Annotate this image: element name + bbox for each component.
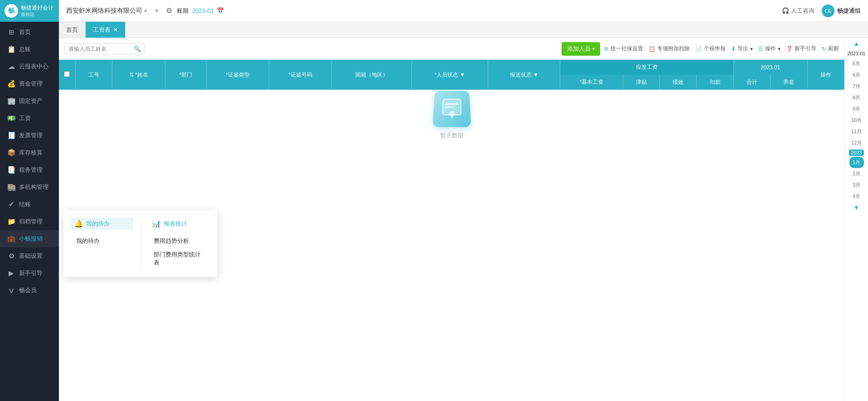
timeline-month-10[interactable]: 10月: [845, 115, 868, 126]
sidebar-item-fund[interactable]: 💰资金管理: [0, 75, 59, 92]
sidebar: 畅 畅捷通好会计 旗舰版 ⊞首页📋总账☁云报表中心💰资金管理🏢固定资产💵工资🧾发…: [0, 0, 59, 401]
topbar: 西安虾米网络科技有限公司 ▾ ＋ ⚙ 账期 2023-01 📅 🎧 人工咨询 C…: [59, 0, 868, 22]
timeline-nav-down[interactable]: ▼: [845, 202, 868, 213]
tax-btn[interactable]: 📄 个税申报: [695, 45, 726, 53]
filter-icon-status[interactable]: ▼: [460, 72, 466, 78]
sidebar-icon-guide: ▶: [7, 269, 15, 277]
sidebar-item-salary[interactable]: 💵工资: [0, 110, 59, 127]
sidebar-item-xiaochang[interactable]: 💼小畅报销: [0, 230, 59, 247]
company-name[interactable]: 西安虾米网络科技有限公司 ▾: [66, 7, 147, 15]
sidebar-item-ledger[interactable]: 📋总账: [0, 41, 59, 58]
service-btn[interactable]: 🎧 人工咨询: [782, 7, 815, 15]
popup-item-my-todo[interactable]: 我的待办: [71, 234, 133, 248]
timeline-year-current: 2023: [849, 150, 863, 156]
th-status: *人员状态 ▼: [412, 60, 488, 90]
search-input[interactable]: [68, 46, 132, 52]
sidebar-label-multi: 多机构管理: [19, 183, 48, 191]
sidebar-item-archive[interactable]: 📁归档管理: [0, 213, 59, 230]
export-btn[interactable]: ⬇ 导出 ▾: [731, 45, 753, 53]
tab-salary[interactable]: 工资表 ✕: [86, 22, 126, 38]
user-name: 畅捷通组: [837, 7, 861, 15]
timeline-month-3[interactable]: 3月: [845, 179, 868, 191]
timeline-month-1-active[interactable]: 1月: [849, 157, 864, 168]
popup-section2-label: 报表统计: [164, 220, 187, 228]
th-checkbox[interactable]: [59, 60, 75, 90]
guide-btn[interactable]: ❓ 新手引导: [786, 45, 816, 53]
refresh-btn[interactable]: ↻ 刷新: [822, 45, 839, 53]
operate-icon: ☰: [758, 46, 763, 52]
search-box[interactable]: 🔍: [64, 43, 145, 54]
popup-section2-title[interactable]: 📊 报表统计: [148, 217, 211, 230]
sidebar-label-assets: 固定资产: [19, 97, 43, 105]
guide-icon: ❓: [786, 46, 793, 52]
empty-icon: [432, 91, 471, 127]
timeline-month-7[interactable]: 7月: [845, 81, 868, 92]
timeline-month-8[interactable]: 8月: [845, 92, 868, 103]
add-person-btn[interactable]: 添加人员 ▾: [562, 42, 600, 56]
period-calendar-icon[interactable]: 📅: [217, 7, 224, 14]
social-btn[interactable]: ⚙ 统一社保设置: [604, 45, 643, 53]
timeline-month-6[interactable]: 6月: [845, 69, 868, 81]
sidebar-item-guide[interactable]: ▶新手引导: [0, 265, 59, 282]
sidebar-icon-xiaochang: 💼: [7, 235, 15, 243]
popup-section1-title[interactable]: 🔔 我的待办: [71, 217, 133, 230]
tax-label: 个税申报: [704, 45, 726, 53]
topbar-right: 🎧 人工咨询 CE 畅捷通组: [782, 5, 861, 17]
topbar-actions: ＋ ⚙: [153, 6, 172, 15]
sidebar-label-tax: 税务管理: [19, 166, 43, 174]
th-salary-extra: 2023.01: [733, 60, 807, 75]
toolbar-actions: ⚙ 统一社保设置 📋 专项附加扣除 📄 个税申报 ⬇ 导出 ▾: [604, 45, 839, 53]
th-dept: *部门: [165, 60, 206, 90]
sidebar-icon-ledger: 📋: [7, 45, 15, 53]
sidebar-icon-settings: ⚙: [7, 252, 15, 260]
popup-item-cost-trend[interactable]: 费用趋势分析: [148, 234, 211, 248]
export-icon: ⬇: [731, 46, 736, 52]
tab-home-label: 首页: [66, 26, 78, 34]
sidebar-item-settings[interactable]: ⚙基础设置: [0, 247, 59, 265]
sidebar-item-invoice[interactable]: 🧾发票管理: [0, 127, 59, 144]
timeline-month-12[interactable]: 12月: [845, 137, 868, 149]
timeline-panel: ▲ 2023.01 5月 6月 7月 8月 9月 10月 11月 12月 202…: [844, 38, 868, 401]
timeline-nav-up[interactable]: ▲: [845, 38, 868, 49]
user-area[interactable]: CE 畅捷通组: [822, 5, 861, 17]
th-employee-no: 工号: [75, 60, 112, 90]
sort-icon: ⇅: [129, 72, 134, 78]
sidebar-item-tax[interactable]: 📑税务管理: [0, 161, 59, 179]
timeline-month-5[interactable]: 5月: [845, 58, 868, 69]
tab-salary-close[interactable]: ✕: [113, 27, 118, 33]
timeline-month-9[interactable]: 9月: [845, 103, 868, 115]
sidebar-item-cloud[interactable]: ☁云报表中心: [0, 58, 59, 75]
sidebar-icon-home: ⊞: [7, 28, 15, 36]
sidebar-item-assets[interactable]: 🏢固定资产: [0, 92, 59, 110]
tab-home[interactable]: 首页: [59, 22, 86, 38]
timeline-month-11[interactable]: 11月: [845, 126, 868, 137]
th-deduction: 扣款: [697, 75, 733, 90]
deduct-btn[interactable]: 📋 专项附加扣除: [649, 45, 690, 53]
sidebar-item-home[interactable]: ⊞首页: [0, 24, 59, 41]
add-company-btn[interactable]: ＋: [153, 6, 160, 15]
period-label: 账期: [177, 7, 189, 15]
th-salary-group: 应发工资: [560, 60, 733, 75]
timeline-month-4[interactable]: 4月: [845, 191, 868, 202]
select-all-checkbox[interactable]: [64, 71, 70, 77]
sidebar-item-inventory[interactable]: 📦库存核算: [0, 144, 59, 161]
operate-btn[interactable]: ☰ 操作 ▾: [758, 45, 781, 53]
filter-icon-report[interactable]: ▼: [533, 72, 538, 78]
sidebar-icon-salary: 💵: [7, 114, 15, 122]
company-dropdown-icon[interactable]: ▾: [144, 8, 147, 14]
export-label: 导出: [737, 45, 748, 53]
settings-icon[interactable]: ⚙: [166, 6, 172, 15]
sidebar-label-salary: 工资: [19, 114, 31, 122]
sidebar-item-multi[interactable]: 🏬多机构管理: [0, 179, 59, 196]
timeline-month-2[interactable]: 2月: [845, 168, 868, 179]
table-header-row1: 工号 ⇅ *姓名 *部门 *证鉴类型 *证鉴号码 国籍（地区） *人员状态 ▼ …: [59, 60, 844, 75]
sidebar-item-member[interactable]: V畅会员: [0, 282, 59, 299]
tabs-bar: 首页 工资表 ✕: [59, 22, 868, 38]
avatar-text: CE: [824, 8, 831, 14]
sidebar-item-closing[interactable]: ✔结账: [0, 196, 59, 213]
sidebar-icon-assets: 🏢: [7, 97, 15, 105]
empty-text: 暂无数据: [440, 131, 464, 140]
sidebar-label-home: 首页: [19, 28, 31, 36]
popup-item-dept-cost[interactable]: 部门费用类型统计表: [148, 248, 211, 270]
logo-line1: 畅捷通好会计: [21, 5, 53, 12]
